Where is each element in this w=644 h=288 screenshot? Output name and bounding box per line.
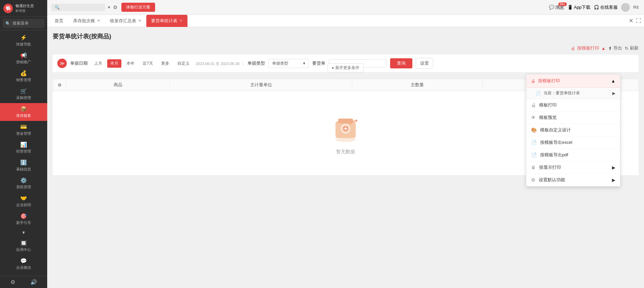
svg-point-7 — [355, 120, 357, 122]
refresh-icon: ↻ — [625, 46, 628, 51]
template-preview-label: 模板预览 — [539, 115, 557, 121]
sidebar-search[interactable]: 🔍 搜索菜单 — [0, 17, 47, 30]
topbar-dropdown-arrow[interactable]: ▾ — [108, 5, 110, 10]
dropdown-item-template-excel[interactable]: 📄 按模板导出excel — [526, 136, 620, 149]
purchase-icon: 🛒 — [20, 88, 27, 94]
footer-settings-button[interactable]: ⚙ — [10, 279, 15, 285]
tab-receipts-summary-close[interactable]: ✕ — [138, 19, 141, 23]
template-pdf-label: 按模板导出pdf — [540, 152, 568, 158]
display-print-arrow: ▶ — [612, 165, 615, 170]
tab-expand-button[interactable]: ⛶ — [636, 18, 641, 24]
logo-icon: 畅 — [3, 4, 13, 13]
sidebar-item-finance[interactable]: 💳 资金管理 — [0, 121, 47, 139]
dropdown-header-label: 按模板打印 — [538, 78, 560, 84]
topbar-right-panel: 💬 消息 99+ 📱 App下载 🎧 在线客服 Rit — [549, 3, 639, 12]
sidebar-item-enterprise[interactable]: 🤝 企业协同 — [0, 192, 47, 210]
messages-button[interactable]: 💬 消息 99+ — [549, 4, 564, 10]
tab-home-label: 首页 — [55, 18, 63, 24]
tab-inventory-batch[interactable]: 库存批次账 ✕ — [68, 15, 105, 27]
app-download-label: App下载 — [574, 4, 590, 10]
dropdown-menu: 🖨 按模板打印 ▲ 📄 当前：要货单统计表 ▶ 🖨 模板打印 👁 模板预览 — [526, 74, 620, 187]
sidebar-label-basics: 基础信息 — [16, 167, 31, 172]
sidebar-label-purchase: 采购管理 — [16, 95, 31, 100]
tab-order-stats[interactable]: 要货单统计表 ✕ — [146, 15, 187, 27]
tab-inventory-batch-close[interactable]: ✕ — [97, 19, 100, 23]
topbar-settings-icon[interactable]: ⚙ — [113, 4, 117, 10]
current-label-item[interactable]: 📄 当前：要货单统计表 ▶ — [526, 88, 620, 99]
dropdown-item-display-print[interactable]: 🖥 按显示打印 ▶ — [526, 161, 620, 174]
date-custom[interactable]: 自定义 — [174, 59, 193, 68]
dropdown-header-right: ▲ — [611, 78, 615, 84]
app-icon: 📱 — [567, 5, 573, 10]
trial-button[interactable]: 体验行业方案 — [121, 3, 155, 12]
date-current-month[interactable]: 本月 — [107, 59, 121, 68]
export-button[interactable]: ⬆ 导出 — [608, 45, 622, 51]
table-settings-icon[interactable]: ⚙ — [58, 83, 62, 88]
logo-text: 畅通好生意 — [16, 3, 34, 8]
tab-receipts-summary[interactable]: 收发存汇总表 ✕ — [105, 15, 146, 27]
date-7days[interactable]: 近7天 — [140, 59, 156, 68]
col-settings[interactable]: ⚙ — [53, 79, 66, 91]
sidebar-item-operations[interactable]: 📊 经营管理 — [0, 139, 47, 157]
sidebar-item-appstore[interactable]: 🔲 应用中心 — [0, 237, 47, 255]
search-icon: 🔍 — [5, 21, 10, 26]
sidebar-item-wechat[interactable]: 💬 企业微信 — [0, 255, 47, 273]
sidebar-item-member[interactable]: ⭐ 畅会员 — [0, 273, 47, 276]
sidebar-item-quick-nav[interactable]: ⚡ 快捷导航 — [0, 32, 47, 50]
sales-icon: 💰 — [20, 70, 27, 76]
sidebar-label-guide: 新手引导 — [16, 220, 31, 225]
order-type-select[interactable]: 单据类型 ▾ — [268, 59, 309, 68]
template-pdf-icon: 📄 — [531, 152, 537, 158]
set-default-label: 设置默认功能 — [539, 177, 565, 183]
template-design-icon: 🎨 — [531, 127, 537, 133]
date-more[interactable]: 更多 — [158, 59, 172, 68]
sidebar-footer: ⚙ 🔊 — [0, 276, 47, 288]
refresh-button[interactable]: ↻ 刷新 — [625, 45, 639, 51]
template-print-label: 模板打印 — [539, 102, 557, 108]
tab-home[interactable]: 首页 — [50, 15, 68, 27]
dropdown-item-template-print[interactable]: 🖨 模板打印 — [526, 99, 620, 111]
member-icon: ⭐ — [20, 276, 27, 276]
sidebar-item-sales[interactable]: 💰 销售管理 — [0, 67, 47, 85]
logo-tag: 标准版 — [16, 8, 34, 13]
dropdown-item-template-design[interactable]: 🎨 模板自定义设计 — [526, 124, 620, 136]
dropdown-item-template-preview[interactable]: 👁 模板预览 — [526, 111, 620, 124]
sidebar-item-basics[interactable]: ℹ️ 基础信息 — [0, 157, 47, 174]
dropdown-header[interactable]: 🖨 按模板打印 ▲ — [526, 74, 620, 88]
sidebar-item-system[interactable]: ⚙️ 系统管理 — [0, 174, 47, 192]
query-button[interactable]: 查询 — [390, 58, 412, 68]
wechat-icon: 💬 — [20, 258, 27, 264]
sidebar-item-guide[interactable]: 🎯 新手引导 — [0, 210, 47, 228]
date-prev-month[interactable]: 上月 — [91, 59, 105, 68]
online-service-button[interactable]: 🎧 在线客服 — [594, 4, 618, 10]
filter-bar: ≫ 单据日期 上月 本月 本年 近7天 更多 自定义 2023-06-01 至 … — [53, 55, 639, 72]
dropdown-item-set-default[interactable]: ⚙ 设置默认功能 ▶ — [526, 174, 620, 186]
tab-order-stats-close[interactable]: ✕ — [179, 19, 182, 23]
search-menu-button[interactable]: 🔍 搜索菜单 — [3, 19, 45, 28]
chevron-down-icon: ▼ — [22, 230, 26, 235]
sidebar-item-marketing[interactable]: 📢 营销推广 — [0, 50, 47, 67]
set-default-left: ⚙ 设置默认功能 — [531, 177, 565, 183]
sidebar-label-enterprise: 企业协同 — [16, 202, 31, 207]
sidebar-item-purchase[interactable]: 🛒 采购管理 — [0, 85, 47, 103]
sidebar-item-inventory[interactable]: 📦 库存核算 — [0, 103, 47, 121]
sidebar-scroll-down[interactable]: ▼ — [0, 228, 47, 237]
expand-more-button[interactable]: ▾ 展开更多条件 — [327, 63, 364, 72]
dropdown-collapse-icon[interactable]: ▲ — [611, 78, 615, 84]
user-avatar[interactable] — [621, 3, 630, 12]
col-product: 商品 — [66, 79, 170, 91]
footer-sound-button[interactable]: 🔊 — [30, 279, 37, 285]
topbar-search[interactable]: 🔍 — [51, 4, 105, 11]
chevron-down-icon: ▾ — [332, 66, 334, 70]
username-label[interactable]: Rit — [633, 5, 639, 10]
settings-button[interactable]: 设置 — [416, 58, 433, 69]
dropdown-item-template-pdf[interactable]: 📄 按模板导出pdf — [526, 149, 620, 161]
filter-expand-button[interactable]: ≫ — [57, 59, 67, 68]
service-icon: 🎧 — [594, 5, 599, 10]
finance-icon: 💳 — [20, 124, 27, 130]
date-year[interactable]: 本年 — [123, 59, 138, 68]
tab-close-window-button[interactable]: ✕ — [629, 18, 633, 24]
current-arrow-icon: ▶ — [612, 91, 615, 96]
app-download-button[interactable]: 📱 App下载 — [567, 4, 590, 10]
print-button[interactable]: 🖨 按模板打印 ▲ — [571, 45, 606, 51]
